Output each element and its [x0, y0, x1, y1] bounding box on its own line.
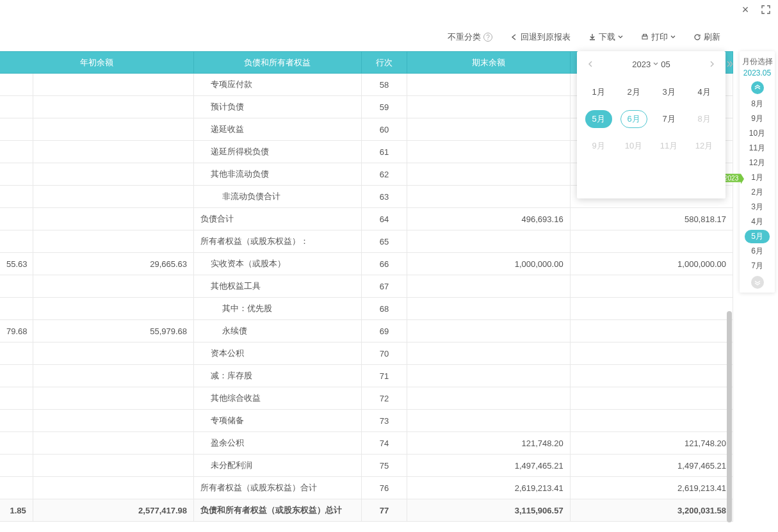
cell [570, 298, 733, 320]
next-year-icon[interactable] [706, 57, 718, 72]
month-option[interactable]: 1月 [585, 83, 612, 101]
cell-label: 未分配利润 [194, 455, 362, 477]
restore-button[interactable]: 回退到原报表 [510, 31, 571, 43]
table-row[interactable]: 负债合计64496,693.16580,818.17 [0, 208, 733, 230]
month-picker-popover: 2023 05 1月2月3月4月5月6月7月8月9月10月11月12月 [577, 51, 725, 198]
restore-label: 回退到原报表 [521, 31, 571, 43]
month-strip-item[interactable]: 5月 [745, 230, 770, 243]
cell-label: 实收资本（或股本） [194, 253, 362, 275]
table-row[interactable]: 盈余公积74121,748.20121,748.20 [0, 432, 733, 455]
download-icon [588, 33, 596, 41]
cell [570, 365, 733, 387]
picker-year[interactable]: 2023 [632, 60, 651, 69]
cell-label: 递延收益 [194, 118, 362, 141]
help-icon: ? [483, 33, 492, 42]
table-row[interactable]: 其他权益工具67 [0, 275, 733, 298]
cell [0, 455, 33, 477]
month-strip-item[interactable]: 8月 [740, 97, 775, 111]
table-row[interactable]: 1.852,577,417.98负债和所有者权益（或股东权益）总计773,115… [0, 499, 733, 522]
table-row[interactable]: 79.6855,979.68永续债69 [0, 320, 733, 343]
month-strip-up-icon[interactable] [751, 81, 764, 94]
vertical-scrollbar[interactable] [727, 74, 732, 510]
table-row[interactable]: 所有者权益（或股东权益）合计762,619,213.412,619,213.41 [0, 477, 733, 499]
table-row[interactable]: 资本公积70 [0, 343, 733, 365]
month-option[interactable]: 6月 [620, 110, 647, 128]
cell: 1,000,000.00 [570, 253, 733, 275]
cell [33, 275, 193, 298]
month-option[interactable]: 3月 [656, 83, 683, 101]
cell [407, 320, 570, 343]
cell [33, 230, 193, 253]
prev-year-icon[interactable] [585, 57, 596, 72]
month-strip-item[interactable]: 7月 [740, 259, 775, 273]
cell-label: 其他非流动负债 [194, 163, 362, 186]
cell-label: 所有者权益（或股东权益）： [194, 230, 362, 253]
refresh-label: 刷新 [704, 31, 720, 43]
month-option[interactable]: 7月 [656, 110, 683, 128]
cell [33, 387, 193, 410]
cell-label: 递延所得税负债 [194, 141, 362, 163]
cell [407, 141, 570, 163]
refresh-button[interactable]: 刷新 [693, 31, 720, 43]
month-strip-item[interactable]: 12月 [740, 156, 775, 170]
cell-label: 其中：优先股 [194, 298, 362, 320]
cell [0, 74, 33, 96]
month-strip-item[interactable]: 1月2023 [740, 170, 775, 185]
cell: 2,619,213.41 [407, 477, 570, 499]
panel-next-icon[interactable] [724, 59, 734, 69]
no-regroup-button[interactable]: 不重分类 ? [448, 31, 492, 43]
table-row[interactable]: 55.6329,665.63实收资本（或股本）661,000,000.001,0… [0, 253, 733, 275]
month-option[interactable]: 2月 [620, 83, 647, 101]
cell [407, 74, 570, 96]
print-button[interactable]: 打印 [641, 31, 676, 43]
cell [33, 410, 193, 432]
cell-label: 其他综合收益 [194, 387, 362, 410]
chevron-down-icon [670, 35, 676, 40]
cell [570, 343, 733, 365]
cell [33, 365, 193, 387]
month-strip-down-icon[interactable] [751, 276, 764, 289]
cell [0, 365, 33, 387]
table-row[interactable]: 所有者权益（或股东权益）：65 [0, 230, 733, 253]
month-option: 9月 [585, 137, 612, 155]
cell [407, 410, 570, 432]
month-option: 10月 [620, 137, 647, 155]
table-row[interactable]: 其中：优先股68 [0, 298, 733, 320]
cell-rownum: 73 [361, 410, 407, 432]
cell-rownum: 75 [361, 455, 407, 477]
cell-label: 专项应付款 [194, 74, 362, 96]
chevron-down-icon [653, 61, 658, 67]
month-strip-item[interactable]: 9月 [740, 111, 775, 126]
cell [33, 208, 193, 230]
cell [33, 118, 193, 141]
month-option[interactable]: 4月 [691, 83, 718, 101]
cell-label: 其他权益工具 [194, 275, 362, 298]
cell: 1,000,000.00 [407, 253, 570, 275]
cell [33, 343, 193, 365]
month-option: 11月 [656, 137, 683, 155]
close-button[interactable]: × [738, 3, 752, 17]
scrollbar-thumb[interactable] [727, 311, 732, 522]
cell [407, 275, 570, 298]
table-row[interactable]: 专项储备73 [0, 410, 733, 432]
month-strip-item[interactable]: 11月 [740, 141, 775, 156]
cell-rownum: 67 [361, 275, 407, 298]
cell: 1,497,465.21 [570, 455, 733, 477]
month-strip-item[interactable]: 2月 [740, 185, 775, 200]
col-begin-balance: 年初余额 [0, 52, 194, 74]
month-strip-item[interactable]: 6月 [740, 244, 775, 259]
month-strip-item[interactable]: 4月 [740, 214, 775, 229]
month-strip-item[interactable]: 10月 [740, 126, 775, 141]
fullscreen-button[interactable] [759, 3, 773, 17]
month-strip-item[interactable]: 3月 [740, 200, 775, 214]
print-icon [641, 33, 649, 41]
table-row[interactable]: 未分配利润751,497,465.211,497,465.21 [0, 455, 733, 477]
table-row[interactable]: 减：库存股71 [0, 365, 733, 387]
cell-rownum: 70 [361, 343, 407, 365]
cell-rownum: 77 [361, 499, 407, 522]
cell [0, 186, 33, 208]
table-row[interactable]: 其他综合收益72 [0, 387, 733, 410]
cell-label: 专项储备 [194, 410, 362, 432]
download-button[interactable]: 下载 [588, 31, 623, 43]
month-option[interactable]: 5月 [585, 110, 612, 128]
